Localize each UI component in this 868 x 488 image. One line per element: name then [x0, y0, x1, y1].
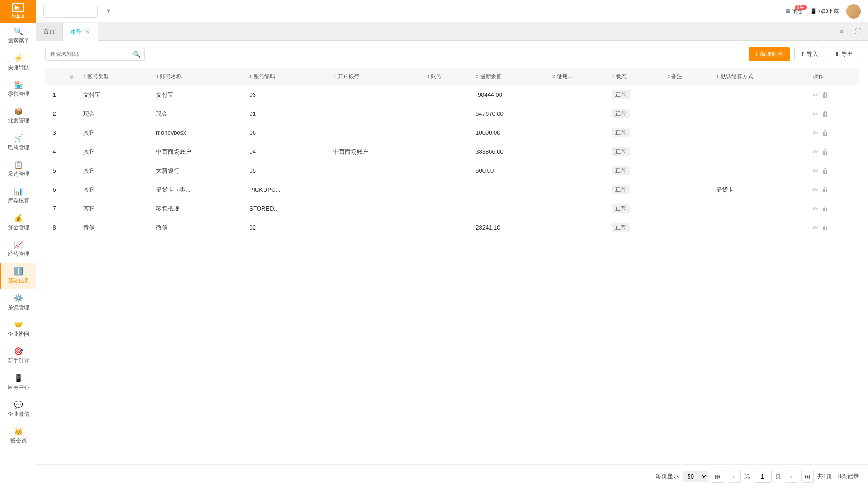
cell-settings: [63, 218, 80, 237]
edit-button[interactable]: ✏: [813, 186, 818, 193]
table-wrap: ⚙ ↕ 账号类型 ↕ 账号名称 ↕ 账号编码 ↕ 开户银行 ↕ 账号 ↕ 最新余…: [36, 68, 868, 464]
delete-button[interactable]: 🗑: [822, 129, 828, 136]
app-download-btn[interactable]: 📱 App下载: [810, 7, 839, 15]
col-header-settlement[interactable]: ↕ 默认结算方式: [712, 68, 809, 85]
delete-button[interactable]: 🗑: [822, 224, 828, 231]
cell-code: PICKUPC...: [246, 180, 330, 199]
sidebar-item-enterprise[interactable]: 🤝 企业协同: [0, 316, 36, 343]
sidebar: 畅 乐意版 🔍 搜索菜单 ⚡ 快捷导航 🏪 零售管理 📦 批发管理 🛒 电商管理…: [0, 0, 36, 488]
tab-home[interactable]: 首页: [36, 23, 63, 41]
cell-status: 正常: [608, 104, 664, 123]
edit-button[interactable]: ✏: [813, 224, 818, 231]
cell-no: 4: [45, 142, 63, 161]
cell-action: ✏ 🗑: [809, 199, 859, 218]
delete-button[interactable]: 🗑: [822, 167, 828, 174]
cell-status: 正常: [608, 199, 664, 218]
edit-button[interactable]: ✏: [813, 148, 818, 155]
sidebar-item-member[interactable]: 👑 畅会员: [0, 422, 36, 449]
next-page-btn[interactable]: ›: [785, 470, 797, 483]
appcenter-icon: 📱: [14, 374, 23, 382]
retail-icon: 🏪: [14, 80, 23, 89]
sidebar-item-guide[interactable]: 🎯 新手引导: [0, 343, 36, 369]
topbar-search-input[interactable]: [43, 5, 98, 18]
sidebar-item-shortcut[interactable]: ⚡ 快捷导航: [0, 49, 36, 76]
search-button[interactable]: 🔍: [129, 51, 144, 58]
cell-name: 现金: [152, 104, 245, 123]
tab-account-close[interactable]: ✕: [85, 28, 90, 36]
sidebar-item-operations[interactable]: 📈 经营管理: [0, 236, 36, 263]
delete-button[interactable]: 🗑: [822, 148, 828, 155]
cell-type: 其它: [80, 161, 152, 180]
sidebar-item-purchase[interactable]: 📋 采购管理: [0, 156, 36, 183]
cell-remark: [664, 199, 712, 218]
sidebar-item-wechat-work[interactable]: 💬 企业微信: [0, 396, 36, 422]
edit-button[interactable]: ✏: [813, 91, 818, 99]
delete-button[interactable]: 🗑: [822, 91, 828, 99]
message-btn[interactable]: ✉ 消息 99+: [786, 7, 803, 15]
first-page-btn[interactable]: ⏮: [712, 470, 724, 483]
col-header-type[interactable]: ↕ 账号类型: [80, 68, 152, 85]
edit-button[interactable]: ✏: [813, 129, 818, 136]
cell-account: [423, 199, 472, 218]
col-header-settings[interactable]: ⚙: [63, 68, 80, 85]
cell-action: ✏ 🗑: [809, 180, 859, 199]
app-logo: 畅 乐意版: [0, 0, 36, 23]
topbar-dropdown-btn[interactable]: ▼: [102, 5, 115, 18]
sidebar-item-finance[interactable]: 💰 资金管理: [0, 209, 36, 236]
col-header-remark[interactable]: ↕ 备注: [664, 68, 712, 85]
user-avatar[interactable]: [846, 4, 861, 19]
edit-button[interactable]: ✏: [813, 205, 818, 212]
cell-settings: [63, 161, 80, 180]
edit-button[interactable]: ✏: [813, 167, 818, 174]
tab-expand-btn[interactable]: ⛶: [852, 25, 864, 38]
sidebar-item-wholesale[interactable]: 📦 批发管理: [0, 103, 36, 129]
import-button[interactable]: ⬆ 导入: [794, 47, 825, 61]
cell-type: 支付宝: [80, 85, 152, 104]
cell-remark: [664, 104, 712, 123]
cell-balance: 383866.00: [472, 142, 549, 161]
col-header-balance[interactable]: ↕ 最新余额: [472, 68, 549, 85]
sidebar-item-basic-info[interactable]: ℹ️ 基础信息: [0, 263, 36, 289]
message-badge: 99+: [795, 5, 807, 10]
cell-bank: 中百商场账户: [330, 142, 423, 161]
cell-balance: 500.00: [472, 161, 549, 180]
add-account-button[interactable]: + 新增账号: [749, 47, 790, 61]
cell-code: STORED...: [246, 199, 330, 218]
delete-button[interactable]: 🗑: [822, 110, 828, 117]
cell-account: [423, 142, 472, 161]
cell-settlement: [712, 104, 809, 123]
sidebar-item-system[interactable]: ⚙️ 系统管理: [0, 289, 36, 316]
col-header-account[interactable]: ↕ 账号: [423, 68, 472, 85]
tab-account[interactable]: 账号 ✕: [63, 23, 98, 41]
last-page-btn[interactable]: ⏭: [801, 470, 814, 483]
cell-account: [423, 123, 472, 142]
sidebar-item-appcenter[interactable]: 📱 应用中心: [0, 369, 36, 396]
tab-account-label: 账号: [70, 28, 82, 36]
search-nav-icon: 🔍: [14, 27, 23, 36]
sidebar-item-retail[interactable]: 🏪 零售管理: [0, 76, 36, 103]
sidebar-item-search[interactable]: 🔍 搜索菜单: [0, 23, 36, 49]
col-header-bank[interactable]: ↕ 开户银行: [330, 68, 423, 85]
export-button[interactable]: ⬇ 导出: [829, 47, 859, 61]
tab-close-btn[interactable]: ✕: [835, 25, 848, 38]
cell-usage: [549, 85, 608, 104]
col-header-name[interactable]: ↕ 账号名称: [152, 68, 245, 85]
cell-usage: [549, 199, 608, 218]
col-header-code[interactable]: ↕ 账号编码: [246, 68, 330, 85]
cell-settlement: [712, 142, 809, 161]
sidebar-item-inventory[interactable]: 📊 库存核算: [0, 183, 36, 209]
search-input[interactable]: [46, 48, 129, 60]
cell-account: [423, 161, 472, 180]
edit-button[interactable]: ✏: [813, 110, 818, 117]
member-icon: 👑: [14, 427, 23, 436]
tab-bar: 首页 账号 ✕ ✕ ⛶: [36, 23, 868, 41]
content-toolbar: 🔍 + 新增账号 ⬆ 导入 ⬇ 导出: [36, 41, 868, 68]
page-size-select[interactable]: 50 10 20 100: [683, 471, 708, 482]
sidebar-item-ecommerce[interactable]: 🛒 电商管理: [0, 129, 36, 156]
col-header-usage[interactable]: ↕ 使用...: [549, 68, 608, 85]
delete-button[interactable]: 🗑: [822, 205, 828, 212]
delete-button[interactable]: 🗑: [822, 186, 828, 193]
page-input[interactable]: [754, 470, 772, 483]
col-header-status[interactable]: ↕ 状态: [608, 68, 664, 85]
prev-page-btn[interactable]: ‹: [728, 470, 741, 483]
